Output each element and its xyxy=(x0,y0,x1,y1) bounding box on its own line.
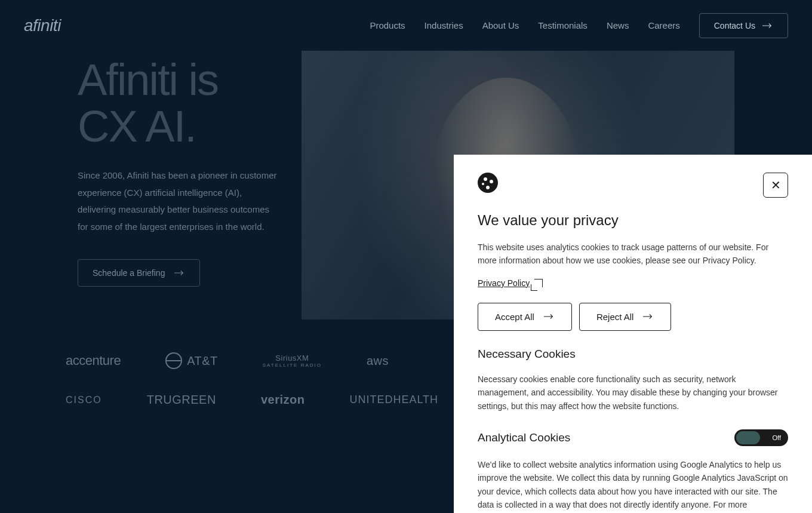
arrow-icon xyxy=(643,314,654,320)
toggle-label: Off xyxy=(773,434,781,441)
external-link-icon xyxy=(534,279,543,287)
contact-button[interactable]: Contact Us xyxy=(699,13,788,38)
logo-cisco: CISCO xyxy=(66,395,102,406)
schedule-briefing-button[interactable]: Schedule a Briefing xyxy=(78,259,200,287)
hero-description: Since 2006, Afiniti has been a pioneer i… xyxy=(78,167,281,235)
logo-accenture: accenture xyxy=(66,353,121,368)
close-icon: ✕ xyxy=(771,178,781,192)
contact-label: Contact Us xyxy=(714,21,755,30)
logo-trugreen: TRUGREEN xyxy=(147,393,216,407)
cookie-title: We value your privacy xyxy=(478,212,788,229)
brand-logo[interactable]: afiniti xyxy=(24,16,61,35)
privacy-link-text: Privacy Policy xyxy=(478,278,530,288)
analytical-cookies-title: Analytical Cookies xyxy=(478,431,570,444)
nav-about[interactable]: About Us xyxy=(482,20,519,30)
hero-title-line1: Afiniti is xyxy=(78,55,218,105)
nav-products[interactable]: Products xyxy=(370,20,405,30)
logo-unitedhealth: UNITEDHEALTH xyxy=(349,394,438,406)
necessary-cookies-title: Necessary Cookies xyxy=(478,348,788,361)
analytical-row: Analytical Cookies Off xyxy=(478,429,788,446)
schedule-label: Schedule a Briefing xyxy=(93,268,165,278)
nav-careers[interactable]: Careers xyxy=(648,20,679,30)
reject-all-button[interactable]: Reject All xyxy=(579,303,672,331)
hero-title-line2: CX AI. xyxy=(78,102,196,151)
toggle-knob xyxy=(736,431,760,444)
close-button[interactable]: ✕ xyxy=(763,173,788,198)
att-text: AT&T xyxy=(187,354,218,368)
main-nav: Products Industries About Us Testimonial… xyxy=(370,13,788,38)
logo-verizon: verizon xyxy=(261,393,305,407)
reject-label: Reject All xyxy=(596,312,634,322)
cookie-consent-modal: ✕ We value your privacy This website use… xyxy=(454,155,812,513)
cookie-header: ✕ xyxy=(478,173,788,198)
cookie-buttons: Accept All Reject All xyxy=(478,303,788,331)
cookie-icon xyxy=(478,173,498,193)
arrow-icon xyxy=(762,23,773,29)
accept-label: Accept All xyxy=(495,312,534,322)
siriusxm-sub: SATELLITE RADIO xyxy=(263,363,322,368)
hero-text: Afiniti is CX AI. Since 2006, Afiniti ha… xyxy=(78,51,304,287)
arrow-icon xyxy=(544,314,555,320)
globe-icon xyxy=(165,352,182,369)
privacy-policy-link[interactable]: Privacy Policy xyxy=(478,278,543,288)
siriusxm-text: SiriusXM xyxy=(275,354,309,363)
nav-testimonials[interactable]: Testimonials xyxy=(538,20,588,30)
logo-siriusxm: SiriusXM SATELLITE RADIO xyxy=(263,354,322,368)
arrow-icon xyxy=(174,270,185,276)
hero-title: Afiniti is CX AI. xyxy=(78,57,304,149)
cookie-intro-text: This website uses analytics cookies to t… xyxy=(478,241,788,268)
necessary-cookies-text: Necessary cookies enable core functional… xyxy=(478,373,788,413)
analytical-toggle[interactable]: Off xyxy=(734,429,788,446)
accept-all-button[interactable]: Accept All xyxy=(478,303,572,331)
nav-industries[interactable]: Industries xyxy=(425,20,463,30)
nav-news[interactable]: News xyxy=(607,20,629,30)
logo-att: AT&T xyxy=(165,352,218,369)
analytical-cookies-text: We'd like to collect website analytics i… xyxy=(478,458,788,513)
site-header: afiniti Products Industries About Us Tes… xyxy=(0,0,812,51)
logo-aws: aws xyxy=(367,354,389,368)
